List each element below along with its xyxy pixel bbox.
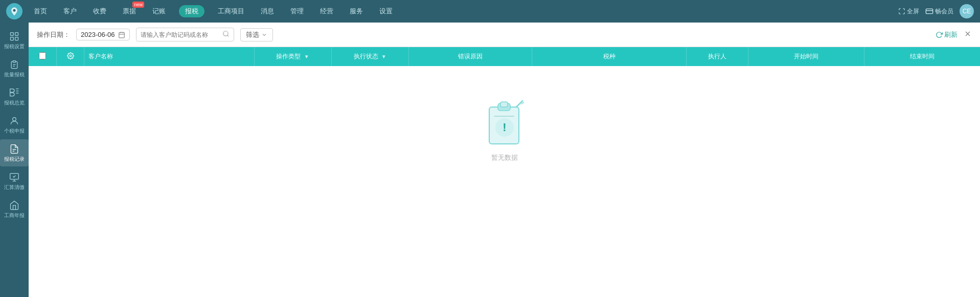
- th-tax-type: 税种: [532, 47, 687, 66]
- th-error-reason: 错误原因: [408, 47, 532, 66]
- date-label: 操作日期：: [37, 30, 70, 39]
- svg-rect-3: [15, 33, 18, 36]
- th-end-time: 结束时间: [864, 47, 980, 66]
- select-all-checkbox[interactable]: [39, 52, 46, 59]
- chevron-down-icon: [261, 32, 267, 38]
- sidebar-label-batch-tax: 批量报税: [4, 72, 25, 78]
- th-start-time: 开始时间: [748, 47, 864, 66]
- gear-icon: [67, 52, 74, 59]
- svg-rect-2: [11, 33, 14, 36]
- member-button[interactable]: 畅会员: [925, 7, 953, 16]
- svg-rect-5: [15, 37, 18, 40]
- avatar[interactable]: CE: [960, 4, 974, 18]
- personal-tax-icon: [9, 115, 20, 126]
- calendar-icon: [118, 31, 125, 38]
- sidebar-item-settlement[interactable]: 汇算清缴: [0, 167, 29, 195]
- date-picker[interactable]: 2023-06-06: [76, 29, 130, 40]
- sort-icon-status: ▼: [381, 54, 386, 59]
- invoice-badge: new: [132, 2, 144, 8]
- nav-billing[interactable]: 收费: [90, 5, 109, 18]
- nav-right: 全屏 畅会员 CE: [898, 4, 974, 18]
- tax-summary-icon: [9, 87, 20, 98]
- main-layout: 报税设置 批量报税 报税总览: [0, 23, 980, 297]
- th-op-type[interactable]: 操作类型 ▼: [254, 47, 331, 66]
- svg-rect-4: [11, 37, 14, 40]
- svg-rect-6: [13, 61, 16, 62]
- sidebar-item-personal-tax[interactable]: 个税申报: [0, 111, 29, 138]
- refresh-icon: [936, 31, 943, 38]
- search-icon: [222, 30, 230, 37]
- table-container: 客户名称 操作类型 ▼ 执行状态 ▼ 错误原因: [29, 47, 980, 297]
- close-button[interactable]: [964, 30, 972, 40]
- content-area: 操作日期： 2023-06-06: [29, 23, 980, 297]
- svg-point-18: [223, 31, 227, 36]
- sidebar-label-biz-annual: 工商年报: [4, 213, 25, 219]
- fullscreen-label: 全屏: [907, 7, 919, 16]
- filter-button[interactable]: 筛选: [240, 28, 273, 41]
- svg-point-22: [70, 55, 72, 57]
- close-icon: [964, 30, 972, 38]
- refresh-button[interactable]: 刷新: [936, 30, 958, 39]
- nav-management[interactable]: 管理: [287, 5, 307, 18]
- date-value: 2023-06-06: [81, 31, 115, 38]
- svg-rect-14: [119, 32, 124, 38]
- filter-label: 筛选: [246, 30, 259, 39]
- nav-messages[interactable]: 消息: [258, 5, 277, 18]
- settlement-icon: [9, 172, 20, 183]
- svg-line-19: [227, 35, 229, 37]
- table-body: ! 暂无数据: [29, 66, 980, 193]
- sidebar-item-biz-annual[interactable]: 工商年报: [0, 196, 29, 223]
- nav-tax[interactable]: 报税: [179, 5, 204, 17]
- search-box: [136, 28, 234, 41]
- batch-tax-icon: [9, 59, 20, 70]
- tax-record-icon: [9, 143, 20, 155]
- sidebar-item-tax-settings[interactable]: 报税设置: [0, 27, 29, 54]
- svg-text:!: !: [503, 121, 506, 134]
- svg-rect-1: [926, 9, 932, 13]
- toolbar: 操作日期： 2023-06-06: [29, 23, 980, 47]
- th-exec-status[interactable]: 执行状态 ▼: [331, 47, 408, 66]
- search-input[interactable]: [136, 29, 218, 40]
- fullscreen-button[interactable]: 全屏: [898, 7, 919, 16]
- sidebar-item-tax-summary[interactable]: 报税总览: [0, 83, 29, 110]
- empty-illustration: !: [482, 97, 528, 153]
- tax-settings-icon: [9, 31, 20, 42]
- nav-operation[interactable]: 经营: [317, 5, 336, 18]
- data-table: 客户名称 操作类型 ▼ 执行状态 ▼ 错误原因: [29, 47, 980, 193]
- search-button[interactable]: [218, 28, 234, 41]
- empty-state: ! 暂无数据: [29, 66, 980, 193]
- th-checkbox[interactable]: [29, 47, 56, 66]
- refresh-label: 刷新: [944, 30, 958, 39]
- th-customer-name: 客户名称: [84, 47, 254, 66]
- th-executor: 执行人: [687, 47, 748, 66]
- nav-bizproject[interactable]: 工商项目: [215, 5, 247, 18]
- nav-service[interactable]: 服务: [347, 5, 366, 18]
- th-gear[interactable]: [56, 47, 84, 66]
- sidebar-label-tax-summary: 报税总览: [4, 100, 25, 106]
- nav-accounting[interactable]: 记账: [149, 5, 169, 18]
- empty-state-row: ! 暂无数据: [29, 66, 980, 193]
- sidebar-item-tax-record[interactable]: 报税记录: [0, 139, 29, 166]
- nav-items: 首页 客户 收费 票据 new 记账 报税 工商项目 消息 管理 经营 服务 设…: [31, 5, 898, 18]
- app-logo[interactable]: [6, 3, 22, 19]
- avatar-initials: CE: [963, 8, 971, 15]
- svg-point-10: [13, 117, 16, 121]
- sidebar-label-tax-record: 报税记录: [4, 156, 25, 162]
- svg-point-0: [13, 9, 16, 12]
- table-header-row: 客户名称 操作类型 ▼ 执行状态 ▼ 错误原因: [29, 47, 980, 66]
- nav-home[interactable]: 首页: [31, 5, 50, 18]
- member-label: 畅会员: [935, 7, 953, 16]
- sidebar-item-batch-tax[interactable]: 批量报税: [0, 55, 29, 82]
- sidebar-label-settlement: 汇算清缴: [4, 184, 25, 190]
- biz-annual-icon: [9, 200, 20, 211]
- nav-settings[interactable]: 设置: [376, 5, 396, 18]
- nav-invoice[interactable]: 票据 new: [120, 5, 139, 18]
- empty-text: 暂无数据: [491, 153, 518, 162]
- sidebar-label-personal-tax: 个税申报: [4, 128, 25, 134]
- sidebar: 报税设置 批量报税 报税总览: [0, 23, 29, 297]
- top-nav: 首页 客户 收费 票据 new 记账 报税 工商项目 消息 管理 经营 服务 设…: [0, 0, 980, 23]
- svg-rect-25: [500, 102, 508, 107]
- nav-customer[interactable]: 客户: [60, 5, 80, 18]
- sort-icon-optype: ▼: [304, 54, 309, 59]
- sidebar-label-tax-settings: 报税设置: [4, 44, 25, 50]
